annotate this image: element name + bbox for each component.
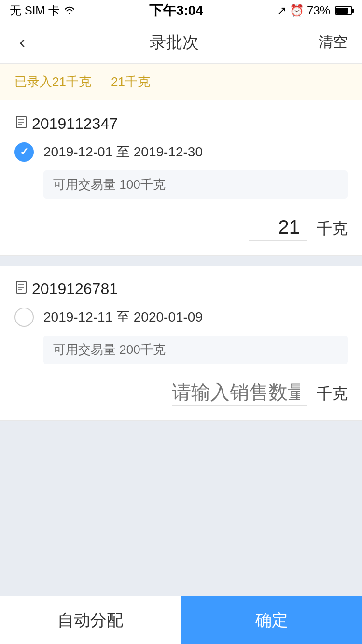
radio-2[interactable] — [14, 308, 34, 327]
info-banner: 已录入21千克 21千克 — [0, 64, 362, 100]
check-icon-1: ✓ — [20, 146, 28, 158]
battery-percent: 73% — [307, 4, 330, 17]
qty-area-1: 千克 — [0, 207, 362, 256]
back-button[interactable]: ‹ — [14, 28, 30, 57]
bottom-bar: 自动分配 确定 — [0, 596, 362, 644]
item-date-2: 2019-12-11 至 2020-01-09 — [43, 308, 203, 326]
confirm-button[interactable]: 确定 — [181, 596, 362, 644]
bottom-space — [0, 421, 362, 614]
nav-bar: ‹ 录批次 清空 — [0, 21, 362, 64]
item-card-1: 2019112347 ✓ 2019-12-01 至 2019-12-30 可用交… — [0, 100, 362, 256]
item-card-2: 2019126781 2019-12-11 至 2020-01-09 可用交易量… — [0, 266, 362, 421]
item-row-1[interactable]: ✓ 2019-12-01 至 2019-12-30 — [0, 138, 362, 167]
item-id-2: 2019126781 — [32, 280, 118, 298]
status-left: 无 SIM 卡 — [10, 3, 75, 18]
location-icon: ↗ — [277, 4, 287, 17]
section-separator — [0, 256, 362, 266]
qty-area-2: 千克 — [0, 372, 362, 421]
qty-input-2[interactable] — [172, 381, 307, 406]
item-doc-icon-2 — [14, 280, 28, 297]
item-id-1: 2019112347 — [32, 115, 118, 133]
item-header-1: 2019112347 — [0, 100, 362, 138]
sim-label: 无 SIM 卡 — [10, 3, 60, 18]
page-title: 录批次 — [150, 31, 199, 54]
status-right: ↗ ⏰ 73% — [277, 4, 352, 17]
battery-icon — [335, 6, 352, 15]
item-header-2: 2019126781 — [0, 266, 362, 303]
qty-input-1[interactable] — [249, 216, 307, 241]
info-value: 21千克 — [111, 73, 150, 90]
item-date-1: 2019-12-01 至 2019-12-30 — [43, 143, 203, 161]
qty-unit-2: 千克 — [317, 383, 348, 405]
info-recorded: 已录入21千克 — [14, 73, 91, 90]
radio-1[interactable]: ✓ — [14, 142, 34, 162]
clear-button[interactable]: 清空 — [319, 32, 348, 52]
qty-unit-1: 千克 — [317, 218, 348, 239]
status-bar: 无 SIM 卡 下午3:04 ↗ ⏰ 73% — [0, 0, 362, 21]
item-row-2[interactable]: 2019-12-11 至 2020-01-09 — [0, 303, 362, 332]
wifi-icon — [64, 4, 75, 17]
alarm-icon: ⏰ — [290, 4, 304, 17]
item-doc-icon-1 — [14, 115, 28, 132]
info-divider — [101, 75, 101, 89]
available-qty-1: 可用交易量 100千克 — [43, 170, 348, 199]
available-qty-2: 可用交易量 200千克 — [43, 336, 348, 364]
status-time: 下午3:04 — [149, 1, 203, 20]
auto-distribute-button[interactable]: 自动分配 — [0, 596, 181, 644]
